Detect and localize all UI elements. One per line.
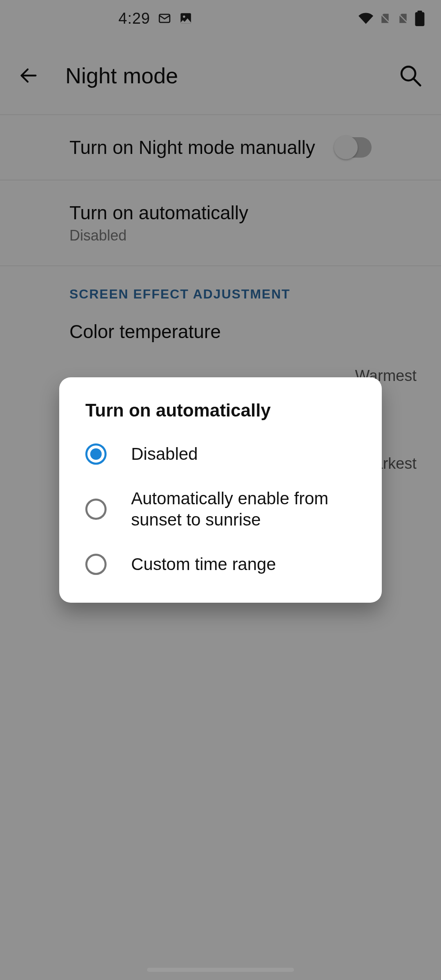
option-custom-time-range[interactable]: Custom time range	[59, 542, 382, 587]
dialog-title: Turn on automatically	[59, 400, 382, 432]
option-label: Disabled	[131, 443, 356, 465]
gesture-bar	[147, 968, 294, 972]
option-label: Automatically enable from sunset to sunr…	[131, 488, 356, 531]
option-disabled[interactable]: Disabled	[59, 432, 382, 477]
radio-icon	[85, 499, 107, 520]
option-label: Custom time range	[131, 554, 356, 575]
option-sunset-sunrise[interactable]: Automatically enable from sunset to sunr…	[59, 477, 382, 542]
radio-icon	[85, 554, 107, 575]
dialog-turn-on-automatically: Turn on automatically Disabled Automatic…	[59, 377, 382, 603]
radio-icon	[85, 443, 107, 465]
modal-scrim[interactable]: Turn on automatically Disabled Automatic…	[0, 0, 441, 980]
